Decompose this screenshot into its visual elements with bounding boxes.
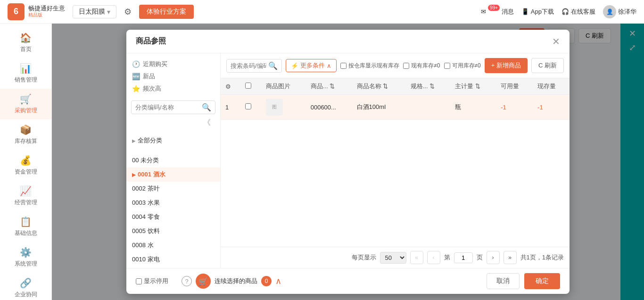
settings-icon[interactable]: ⚙ — [120, 4, 135, 19]
sidebar-label-inventory: 库存核算 — [15, 137, 37, 145]
checkbox-available[interactable]: 可用库存≠0 — [444, 62, 481, 70]
category-search-input[interactable] — [135, 104, 200, 111]
quick-nav-recent[interactable]: 🕐 近期购买 — [126, 58, 220, 70]
store-arrow-icon: ▾ — [107, 8, 110, 16]
cat-item-1[interactable]: ▶ 0001 酒水 — [126, 167, 220, 182]
cat-item-5[interactable]: 0005 饮料 — [126, 224, 220, 238]
filter-arrow-icon: ∧ — [327, 62, 331, 69]
logo-text: 畅捷通好生意 — [28, 5, 65, 12]
sidebar-item-finance[interactable]: 💰 资金管理 — [0, 150, 51, 181]
cat-item-7[interactable]: 0010 家电 — [126, 252, 220, 267]
quick-nav-new[interactable]: 🆕 新品 — [126, 70, 220, 83]
col-unit-label: 主计量 — [455, 83, 473, 90]
col-spec[interactable]: 规格... ⇅ — [406, 78, 450, 95]
first-page-button[interactable]: « — [410, 251, 423, 264]
col-unit[interactable]: 主计量 ⇅ — [450, 78, 496, 95]
checkbox-warehouse[interactable]: 按仓库显示现有库存 — [340, 62, 399, 70]
avatar: 👤 — [603, 5, 616, 18]
checkbox-stock[interactable]: 现有库存≠0 — [403, 62, 440, 70]
col-checkbox — [240, 78, 261, 95]
sales-icon: 📊 — [20, 63, 32, 74]
next-page-button[interactable]: › — [487, 251, 500, 264]
sidebar-item-basic[interactable]: 📋 基础信息 — [0, 211, 51, 242]
home-icon: 🏠 — [20, 32, 32, 43]
online-service-label: 在线客服 — [571, 8, 595, 16]
continuous-label: 连续选择的商品 — [215, 277, 257, 285]
app-download-label: App下载 — [531, 8, 554, 16]
show-disabled-label[interactable]: 显示停用 — [136, 277, 168, 285]
filter-button[interactable]: ⚡ 更多条件 ∧ — [286, 59, 337, 72]
sidebar-item-business[interactable]: 📈 经营管理 — [0, 181, 51, 211]
cat-item-0[interactable]: 00 未分类 — [126, 153, 220, 167]
left-sidebar: 🏠 首页 📊 销售管理 🛒 采购管理 📦 库存核算 💰 资金管理 📈 经营管理 … — [0, 24, 52, 300]
table-row[interactable]: 1 图 000600... 白酒100ml 瓶 — [221, 95, 570, 120]
cart-icon: 🛒 — [196, 274, 211, 289]
purchase-icon: 🛒 — [20, 93, 32, 105]
trial-button[interactable]: 体验行业方案 — [139, 5, 194, 19]
store-selector[interactable]: 日太阳膜 ▾ — [73, 5, 116, 18]
cat-2-label: 0002 茶叶 — [132, 184, 160, 193]
product-search-bar[interactable]: 🔍 — [226, 59, 282, 73]
add-product-button[interactable]: + 新增商品 — [485, 58, 528, 73]
modal-body: 🕐 近期购买 🆕 新品 ⭐ 频次高 — [126, 53, 570, 268]
filter-label: 更多条件 — [300, 61, 325, 70]
finance-icon: 💰 — [20, 155, 32, 166]
message-label: 消息 — [502, 8, 514, 16]
last-page-button[interactable]: » — [504, 251, 517, 264]
sidebar-item-inventory[interactable]: 📦 库存核算 — [0, 119, 51, 150]
message-badge: 99+ — [488, 5, 500, 11]
sidebar-item-purchase[interactable]: 🛒 采购管理 — [0, 89, 51, 119]
sidebar-item-home[interactable]: 🏠 首页 — [0, 27, 51, 58]
page-label: 第 — [444, 253, 450, 262]
cat-item-6[interactable]: 0008 水 — [126, 238, 220, 252]
cat-item-4[interactable]: 0004 零食 — [126, 210, 220, 224]
checkbox-available-input[interactable] — [444, 63, 450, 69]
cat-item-3[interactable]: 0003 水果 — [126, 196, 220, 210]
cat-item-2[interactable]: 0002 茶叶 — [126, 182, 220, 196]
sidebar-item-system[interactable]: ⚙️ 系统管理 — [0, 242, 51, 273]
online-service-item[interactable]: 🎧 在线客服 — [561, 8, 595, 16]
page-unit: 页 — [477, 253, 483, 262]
collapse-icon[interactable]: 《 — [203, 118, 211, 128]
col-code-label: 商品... — [311, 83, 328, 90]
recent-icon: 🕐 — [132, 60, 140, 68]
modal-close-button[interactable]: ✕ — [552, 37, 560, 46]
page-size-select[interactable]: 50 10 20 100 — [380, 252, 406, 264]
headset-icon: 🎧 — [561, 8, 569, 15]
app-download-item[interactable]: 📱 App下载 — [521, 8, 554, 16]
show-disabled-checkbox[interactable] — [136, 278, 142, 284]
row-checkbox[interactable] — [245, 103, 251, 109]
footer-right: 取消 确定 — [487, 273, 560, 289]
cat-all[interactable]: ▶ 全部分类 — [126, 133, 220, 148]
col-settings[interactable]: ⚙ — [221, 78, 240, 95]
logo-icon: 6 — [8, 3, 25, 20]
filter-icon: ⚡ — [291, 62, 298, 69]
page-input[interactable] — [454, 252, 473, 263]
collapse-area: 《 — [126, 118, 220, 133]
messages-nav-item[interactable]: ✉ 99+ 消息 — [481, 8, 514, 16]
confirm-button[interactable]: 确定 — [524, 273, 560, 289]
cancel-button[interactable]: 取消 — [487, 273, 520, 289]
checkbox-warehouse-input[interactable] — [340, 63, 347, 69]
checkbox-stock-input[interactable] — [403, 63, 409, 69]
select-all-checkbox[interactable] — [245, 83, 251, 89]
sidebar-item-collab[interactable]: 🔗 企业协同 — [0, 273, 51, 300]
quick-nav-frequent[interactable]: ⭐ 频次高 — [126, 83, 220, 95]
show-disabled-text: 显示停用 — [144, 277, 168, 285]
help-icon[interactable]: ? — [182, 276, 192, 286]
new-label: 新品 — [143, 72, 155, 81]
cat-7-label: 0010 家电 — [132, 255, 160, 264]
col-code[interactable]: 商品... ⇅ — [306, 78, 352, 95]
prev-page-button[interactable]: ‹ — [427, 251, 440, 264]
sidebar-item-sales[interactable]: 📊 销售管理 — [0, 58, 51, 89]
category-search-bar[interactable]: 🔍 — [131, 100, 215, 114]
col-name[interactable]: 商品名称 ⇅ — [352, 78, 406, 95]
product-search-input[interactable] — [231, 62, 266, 69]
frequent-icon: ⭐ — [132, 85, 140, 92]
row-checkbox-cell[interactable] — [240, 95, 261, 120]
sidebar-label-home: 首页 — [20, 45, 32, 53]
fold-button[interactable]: ∧ — [275, 276, 281, 286]
modal-header: 商品参照 ✕ — [126, 30, 570, 53]
user-avatar-area[interactable]: 👤 徐泽华 — [603, 5, 636, 18]
refresh-button[interactable]: C 刷新 — [531, 58, 564, 73]
